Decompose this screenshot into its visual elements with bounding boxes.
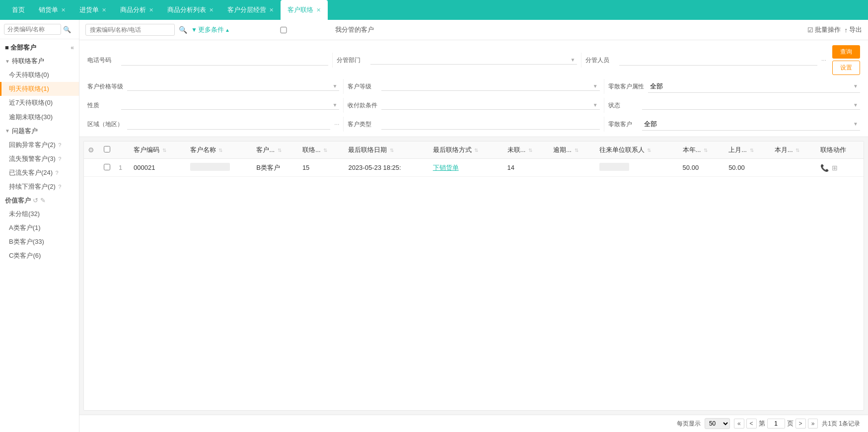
filter-row-4: 区域（地区） ··· 客户类型 零散客户 全部 ▼ xyxy=(87,117,860,132)
close-purchase-icon[interactable]: ✕ xyxy=(102,7,106,13)
search-input[interactable] xyxy=(85,24,175,36)
dept-select[interactable]: ▼ xyxy=(370,56,578,65)
export-btn[interactable]: ↑ 导出 xyxy=(845,25,863,34)
status-select[interactable]: ▼ xyxy=(642,101,860,110)
zero-customer-select[interactable]: 全部 ▼ xyxy=(642,118,860,131)
th-settings: ⚙ xyxy=(84,142,100,159)
pending-group-title[interactable]: ▼ 待联络客户 xyxy=(0,54,79,68)
help-declining-icon[interactable]: ? xyxy=(58,184,61,190)
prev-page-btn[interactable]: < xyxy=(746,419,757,429)
problem-group-title[interactable]: ▼ 问题客户 xyxy=(0,124,79,138)
sidebar-item-repurchase[interactable]: 回购异常客户(2) ? xyxy=(0,138,79,152)
nav-item-customer-contact[interactable]: 客户联络 ✕ xyxy=(281,0,328,20)
filter-row-1: 电话号码 分管部门 ▼ 分管人员 ··· xyxy=(87,45,860,75)
nature-select[interactable]: ▼ xyxy=(121,101,339,110)
th-last-month: 上月... ⇅ xyxy=(724,142,771,159)
sidebar-search-input[interactable] xyxy=(4,24,61,35)
person-input[interactable] xyxy=(619,55,817,66)
row-checkbox[interactable] xyxy=(104,164,110,170)
close-goods-analysis-icon[interactable]: ✕ xyxy=(149,7,153,13)
sort-last-month-icon[interactable]: ⇅ xyxy=(750,147,754,153)
page-number-input[interactable] xyxy=(767,419,785,429)
collapse-all-icon[interactable]: « xyxy=(71,44,74,51)
sidebar-item-today[interactable]: 今天待联络(0) xyxy=(0,68,79,82)
nature-arrow-icon: ▼ xyxy=(332,102,337,108)
sidebar-item-typeC[interactable]: C类客户(6) xyxy=(0,249,79,263)
person-dots-icon[interactable]: ··· xyxy=(821,57,826,64)
sidebar-item-week[interactable]: 近7天待联络(0) xyxy=(0,96,79,110)
phone-input[interactable] xyxy=(121,55,328,66)
th-this-month: 本月... ⇅ xyxy=(771,142,817,159)
sort-unit-contact-icon[interactable]: ⇅ xyxy=(647,147,651,153)
sort-name-icon[interactable]: ⇅ xyxy=(218,147,222,153)
payment-arrow-icon: ▼ xyxy=(593,102,598,108)
nav-item-home[interactable]: 首页 xyxy=(5,0,32,20)
my-customer-checkbox[interactable] xyxy=(234,27,333,33)
sidebar-item-typeB[interactable]: B类客户(33) xyxy=(0,235,79,249)
sort-method-icon[interactable]: ⇅ xyxy=(474,147,478,153)
sidebar-item-lost[interactable]: 已流失客户(24) ? xyxy=(0,166,79,180)
nav-item-purchase[interactable]: 进货单 ✕ xyxy=(72,0,113,20)
sort-contact-icon[interactable]: ⇅ xyxy=(323,147,327,153)
sidebar-item-warning[interactable]: 流失预警客户(3) ? xyxy=(0,152,79,166)
zero-attr-select[interactable]: 全部 ▼ xyxy=(648,80,860,93)
price-level-select[interactable]: ▼ xyxy=(127,82,339,91)
query-btn[interactable]: 查询 xyxy=(832,45,860,59)
sort-uncontacted-icon[interactable]: ⇅ xyxy=(528,147,532,153)
sort-date-icon[interactable]: ⇅ xyxy=(390,147,394,153)
region-dots-icon[interactable]: ··· xyxy=(334,121,339,128)
set-btn[interactable]: 设置 xyxy=(832,61,860,75)
sort-type-icon[interactable]: ⇅ xyxy=(278,147,282,153)
sidebar-item-ungrouped[interactable]: 未分组(32) xyxy=(0,207,79,221)
payment-select[interactable]: ▼ xyxy=(381,101,599,110)
filter-cell-status: 状态 ▼ xyxy=(608,101,860,110)
first-page-btn[interactable]: « xyxy=(734,419,744,429)
region-input[interactable] xyxy=(127,119,330,130)
select-all-checkbox[interactable] xyxy=(104,146,110,152)
filter-row-3: 性质 ▼ 收付款条件 ▼ 状态 xyxy=(87,98,860,113)
close-sales-icon[interactable]: ✕ xyxy=(61,7,66,13)
nav-item-goods-analysis-list[interactable]: 商品分析列表 ✕ xyxy=(160,0,220,20)
sort-overdue-icon[interactable]: ⇅ xyxy=(575,147,579,153)
sort-this-year-icon[interactable]: ⇅ xyxy=(704,147,708,153)
nav-item-customer-tier[interactable]: 客户分层经营 ✕ xyxy=(220,0,281,20)
phone-action-icon[interactable]: 📞 xyxy=(820,164,829,172)
nav-item-sales[interactable]: 销货单 ✕ xyxy=(32,0,72,20)
close-customer-tier-icon[interactable]: ✕ xyxy=(269,7,274,13)
customer-level-select[interactable]: ▼ xyxy=(381,82,599,91)
sidebar-item-typeA[interactable]: A类客户(1) xyxy=(0,221,79,235)
table-header-row: ⚙ 客户编码 ⇅ 客户名称 ⇅ xyxy=(84,142,864,159)
sort-code-icon[interactable]: ⇅ xyxy=(162,147,166,153)
next-page-btn[interactable]: > xyxy=(796,419,806,429)
action-btns: 查询 设置 xyxy=(832,45,860,75)
page-nav: « < 第 页 > » xyxy=(734,419,818,429)
zero-customer-arrow-icon: ▼ xyxy=(853,121,858,127)
last-contact-method-link[interactable]: 下销货单 xyxy=(433,164,459,171)
value-edit-icon[interactable]: ✎ xyxy=(40,197,46,204)
sidebar-search-area: 🔍 xyxy=(0,20,79,39)
close-customer-contact-icon[interactable]: ✕ xyxy=(316,7,321,13)
column-settings-icon[interactable]: ⚙ xyxy=(88,146,94,154)
batch-op-btn[interactable]: ☑ 批量操作 xyxy=(807,25,841,34)
value-refresh-icon[interactable]: ↺ xyxy=(33,197,38,204)
customer-type-input[interactable] xyxy=(381,119,599,130)
last-page-btn[interactable]: » xyxy=(808,419,818,429)
sidebar-item-overdue[interactable]: 逾期未联络(30) xyxy=(0,110,79,124)
page-size-select[interactable]: 50 100 200 xyxy=(705,418,730,429)
td-last-month: 50.00 xyxy=(724,159,771,177)
help-lost-icon[interactable]: ? xyxy=(55,170,58,176)
qr-action-icon[interactable]: ⊞ xyxy=(832,164,838,172)
th-uncontacted: 未联... ⇅ xyxy=(504,142,550,159)
help-warning-icon[interactable]: ? xyxy=(58,156,61,162)
sidebar-item-declining[interactable]: 持续下滑客户(2) ? xyxy=(0,180,79,194)
help-repurchase-icon[interactable]: ? xyxy=(58,142,61,148)
all-customer-section[interactable]: ■ 全部客户 « xyxy=(0,39,79,54)
sidebar-item-tomorrow[interactable]: 明天待联络(1) xyxy=(0,82,79,96)
sort-this-month-icon[interactable]: ⇅ xyxy=(796,147,799,153)
th-name: 客户名称 ⇅ xyxy=(186,142,253,159)
more-filter-btn[interactable]: ▼ 更多条件 ▲ xyxy=(191,25,230,34)
nav-item-goods-analysis[interactable]: 商品分析 ✕ xyxy=(113,0,160,20)
close-goods-analysis-list-icon[interactable]: ✕ xyxy=(209,7,214,13)
search-icon[interactable]: 🔍 xyxy=(179,26,187,34)
sidebar-search-icon[interactable]: 🔍 xyxy=(63,26,71,33)
